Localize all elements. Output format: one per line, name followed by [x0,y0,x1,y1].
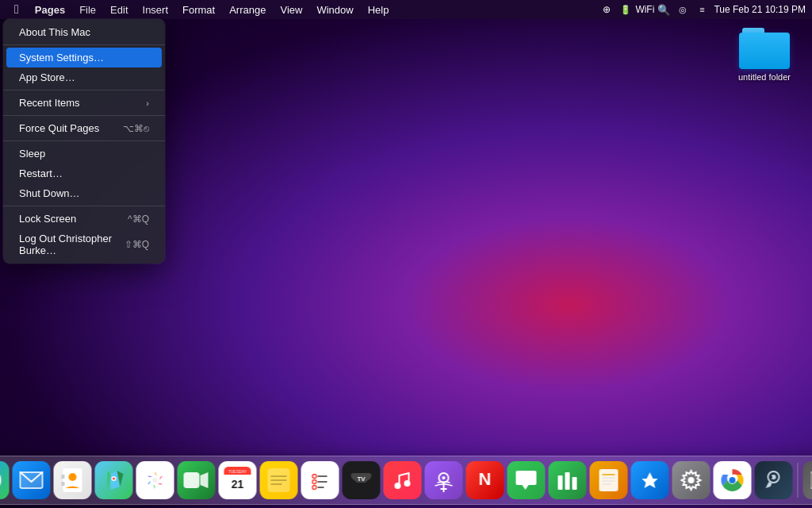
menu-recent-items[interactable]: Recent Items › [6,93,162,113]
dock-maps[interactable] [95,461,133,499]
app-store-label: App Store… [19,71,75,83]
menu-logout[interactable]: Log Out Christopher Burke… ⇧⌘Q [6,229,162,260]
menu-sleep[interactable]: Sleep [6,144,162,164]
svg-rect-59 [599,469,619,491]
svg-point-29 [153,478,158,483]
dock-appstore[interactable] [631,461,669,499]
svg-point-70 [770,476,772,479]
dock-music[interactable] [384,461,422,499]
shutdown-label: Shut Down… [19,187,80,199]
control-center-icon[interactable]: ⊕ [599,2,614,17]
dock-facetime[interactable] [178,461,216,499]
dock-appletv[interactable]: TV [343,461,381,499]
dock-screen1[interactable] [803,461,813,499]
restart-label: Restart… [19,167,63,179]
dock: 21 TUESDAY TV [0,456,812,505]
logout-label: Log Out Christopher Burke… [19,233,124,256]
svg-rect-58 [573,477,577,490]
system-settings-label: System Settings… [19,52,104,64]
lock-screen-label: Lock Screen [19,213,76,225]
apple-dropdown-menu: About This Mac System Settings… App Stor… [3,19,165,264]
dock-notes[interactable] [260,461,298,499]
menu-app-store[interactable]: App Store… [6,67,162,87]
battery-icon[interactable]: 🔋 [619,2,633,17]
svg-rect-23 [62,482,65,486]
menu-about-this-mac[interactable]: About This Mac [6,22,162,42]
menubar-right: ⊕ 🔋 WiFi 🔍 ◎ ≡ Tue Feb 21 10:19 PM [599,2,806,17]
menu-force-quit[interactable]: Force Quit Pages ⌥⌘⎋ [6,118,162,138]
apple-menu[interactable]:  [6,2,27,17]
menu-help[interactable]: Help [362,2,396,17]
menu-shutdown[interactable]: Shut Down… [6,183,162,203]
svg-text:N: N [479,469,492,489]
dock-mail[interactable] [13,461,51,499]
dock-chrome[interactable] [714,461,752,499]
svg-text:TV: TV [357,475,366,483]
menu-insert[interactable]: Insert [136,2,175,17]
wifi-icon[interactable]: WiFi [638,2,652,17]
dock-podcasts[interactable] [425,461,463,499]
separator-1 [3,44,165,45]
separator-4 [3,140,165,141]
dock-numbers[interactable] [549,461,587,499]
svg-point-24 [69,473,77,481]
dock-steam[interactable] [755,461,793,499]
menubar-datetime: Tue Feb 21 10:19 PM [714,4,806,15]
folder-label: untitled folder [738,72,791,82]
menu-arrange[interactable]: Arrange [223,2,272,17]
menu-edit[interactable]: Edit [104,2,134,17]
svg-rect-22 [62,475,65,479]
menu-system-settings[interactable]: System Settings… [6,48,162,67]
menu-restart[interactable]: Restart… [6,164,162,183]
separator-3 [3,115,165,116]
recent-items-arrow: › [146,98,149,108]
dock-calendar[interactable]: 21 TUESDAY [219,461,257,499]
app-name[interactable]: Pages [29,2,71,17]
dock-divider [798,463,799,498]
notifications-icon[interactable]: ≡ [695,2,709,17]
svg-rect-30 [184,472,200,488]
logout-shortcut: ⇧⌘Q [124,239,149,250]
force-quit-shortcut: ⌥⌘⎋ [123,123,149,134]
dock-system-settings[interactable] [672,461,710,499]
desktop-folder[interactable]: untitled folder [733,28,796,82]
svg-rect-56 [558,475,563,490]
svg-point-52 [442,476,446,479]
search-icon[interactable]: 🔍 [657,2,671,17]
svg-text:TUESDAY: TUESDAY [228,469,247,474]
folder-body [739,33,790,69]
separator-2 [3,90,165,90]
dock-contacts[interactable] [54,461,92,499]
separator-5 [3,206,165,206]
menu-file[interactable]: File [73,2,102,17]
svg-point-50 [404,480,411,487]
force-quit-label: Force Quit Pages [19,122,99,134]
dock-photos[interactable] [136,461,174,499]
svg-marker-31 [201,472,209,488]
svg-point-27 [113,478,115,480]
svg-rect-57 [565,472,570,490]
menu-format[interactable]: Format [176,2,221,17]
menu-view[interactable]: View [274,2,308,17]
folder-icon [739,28,790,69]
dock-messages[interactable] [508,461,546,499]
recent-items-label: Recent Items [19,97,80,109]
menubar:  Pages File Edit Insert Format Arrange … [0,0,812,19]
menu-window[interactable]: Window [310,2,359,17]
dock-safari[interactable] [0,461,10,499]
menubar-left:  Pages File Edit Insert Format Arrange … [6,2,599,17]
menu-lock-screen[interactable]: Lock Screen ^⌘Q [6,209,162,229]
siri-icon[interactable]: ◎ [676,2,690,17]
dock-pages[interactable] [590,461,628,499]
dock-news[interactable]: N [466,461,504,499]
sleep-label: Sleep [19,148,45,160]
svg-text:21: 21 [232,478,244,491]
svg-point-67 [730,477,736,483]
about-label: About This Mac [19,26,90,38]
dock-reminders[interactable] [301,461,339,499]
svg-point-64 [688,477,695,483]
svg-point-49 [395,483,401,489]
lock-screen-shortcut: ^⌘Q [128,214,149,225]
